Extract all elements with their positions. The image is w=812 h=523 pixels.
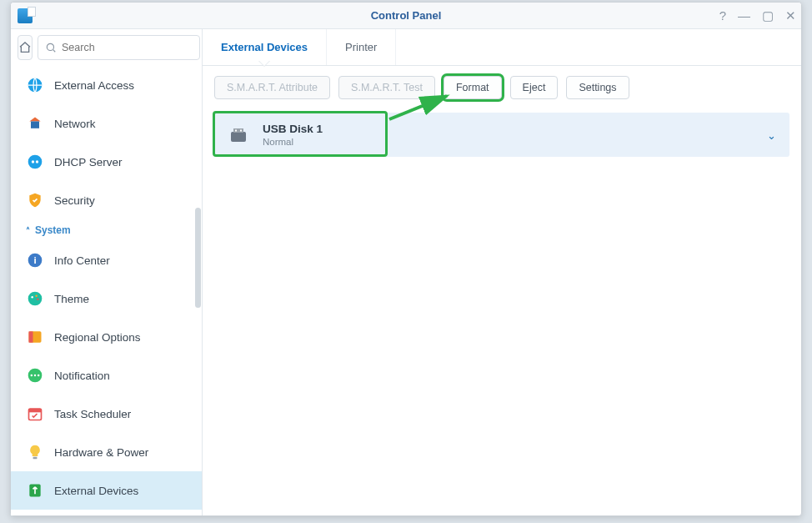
- tab-label: External Devices: [221, 41, 308, 53]
- search-icon: [45, 42, 57, 53]
- sidebar-item-label: Security: [54, 194, 95, 207]
- smart-attribute-button: S.M.A.R.T. Attribute: [214, 76, 330, 99]
- svg-rect-20: [29, 409, 42, 412]
- sidebar-scrollbar[interactable]: [195, 208, 201, 308]
- svg-point-17: [34, 375, 37, 377]
- maximize-icon[interactable]: ▢: [762, 9, 774, 22]
- sidebar-item-security[interactable]: Security: [11, 181, 202, 219]
- svg-rect-14: [29, 331, 33, 342]
- format-button[interactable]: Format: [444, 76, 502, 99]
- svg-rect-21: [33, 457, 38, 460]
- sidebar-item-label: DHCP Server: [54, 156, 123, 168]
- palette-icon: [26, 289, 44, 308]
- dhcp-icon: [26, 153, 44, 171]
- minimize-icon[interactable]: —: [738, 9, 750, 22]
- device-info: USB Disk 1 Normal: [263, 123, 323, 147]
- sidebar-group-system[interactable]: ˄ System: [11, 219, 202, 241]
- svg-rect-26: [240, 129, 242, 131]
- sidebar-item-network[interactable]: Network: [11, 104, 202, 143]
- device-name: USB Disk 1: [263, 123, 323, 135]
- svg-rect-23: [231, 132, 246, 142]
- shield-icon: [26, 191, 44, 209]
- search-input[interactable]: [62, 42, 193, 53]
- sidebar-item-task-scheduler[interactable]: Task Scheduler: [11, 395, 202, 433]
- sidebar-item-info-center[interactable]: i Info Center: [11, 241, 202, 279]
- svg-point-16: [31, 375, 33, 377]
- regional-icon: [26, 328, 44, 346]
- svg-point-9: [28, 292, 43, 306]
- sidebar-item-notification[interactable]: Notification: [11, 356, 202, 395]
- external-device-icon: [26, 481, 44, 500]
- svg-point-10: [31, 296, 33, 299]
- window-controls: ? — ▢ ✕: [719, 3, 796, 28]
- sidebar-item-external-access[interactable]: External Access: [11, 66, 202, 104]
- svg-point-0: [47, 43, 53, 50]
- device-row-usb-disk-1[interactable]: USB Disk 1 Normal ⌄: [214, 113, 789, 157]
- svg-point-6: [36, 160, 38, 163]
- sidebar-item-label: External Devices: [54, 485, 138, 497]
- sidebar-item-label: Network: [54, 118, 96, 130]
- sidebar-item-external-devices[interactable]: External Devices: [11, 471, 202, 510]
- sidebar-item-label: Hardware & Power: [54, 446, 148, 459]
- help-icon[interactable]: ?: [719, 9, 726, 22]
- sidebar-item-theme[interactable]: Theme: [11, 279, 202, 318]
- svg-rect-3: [31, 122, 39, 128]
- globe-icon: [26, 76, 44, 94]
- sidebar-item-label: Regional Options: [54, 331, 141, 344]
- sidebar-item-label: Task Scheduler: [54, 408, 131, 420]
- tab-bar: External Devices Printer: [203, 29, 801, 66]
- network-icon: [26, 114, 44, 133]
- sidebar-item-label: Notification: [54, 370, 110, 382]
- svg-rect-25: [235, 129, 237, 131]
- title-bar: Control Panel ? — ▢ ✕: [11, 3, 801, 29]
- sidebar-item-label: External Access: [54, 79, 134, 92]
- svg-point-5: [32, 160, 34, 163]
- window-title: Control Panel: [11, 9, 801, 22]
- svg-point-18: [38, 375, 40, 377]
- chevron-up-icon: ˄: [26, 226, 30, 235]
- sidebar: External Access Network DHCP Server: [11, 29, 203, 515]
- sidebar-group-label: System: [35, 224, 71, 236]
- settings-button[interactable]: Settings: [566, 76, 629, 99]
- sidebar-item-hardware-power[interactable]: Hardware & Power: [11, 433, 202, 471]
- sidebar-item-label: Theme: [54, 293, 89, 305]
- notification-icon: [26, 366, 44, 385]
- svg-point-11: [35, 294, 38, 297]
- device-status: Normal: [263, 137, 323, 147]
- tab-printer[interactable]: Printer: [327, 29, 396, 65]
- sidebar-item-regional-options[interactable]: Regional Options: [11, 318, 202, 356]
- sidebar-item-label: Info Center: [54, 254, 110, 267]
- tab-label: Printer: [345, 41, 377, 53]
- control-panel-window: Control Panel ? — ▢ ✕: [10, 2, 802, 516]
- eject-button[interactable]: Eject: [510, 76, 559, 99]
- svg-point-12: [37, 299, 39, 301]
- svg-rect-24: [233, 128, 243, 133]
- search-box[interactable]: [38, 35, 200, 60]
- toolbar: S.M.A.R.T. Attribute S.M.A.R.T. Test For…: [203, 66, 801, 109]
- tab-external-devices[interactable]: External Devices: [203, 29, 327, 65]
- svg-text:i: i: [33, 254, 36, 265]
- close-icon[interactable]: ✕: [785, 9, 796, 22]
- app-icon: [18, 8, 33, 23]
- info-icon: i: [26, 251, 44, 269]
- svg-point-4: [28, 155, 43, 169]
- smart-test-button: S.M.A.R.T. Test: [338, 76, 435, 99]
- main-panel: External Devices Printer S.M.A.R.T. Attr…: [203, 29, 801, 515]
- chevron-down-icon[interactable]: ⌄: [767, 128, 776, 141]
- bulb-icon: [26, 443, 44, 461]
- home-icon: [18, 41, 32, 54]
- calendar-icon: [26, 405, 44, 423]
- sidebar-item-dhcp-server[interactable]: DHCP Server: [11, 143, 202, 181]
- home-button[interactable]: [18, 35, 33, 60]
- svg-line-1: [53, 50, 56, 53]
- usb-disk-icon: [228, 125, 249, 145]
